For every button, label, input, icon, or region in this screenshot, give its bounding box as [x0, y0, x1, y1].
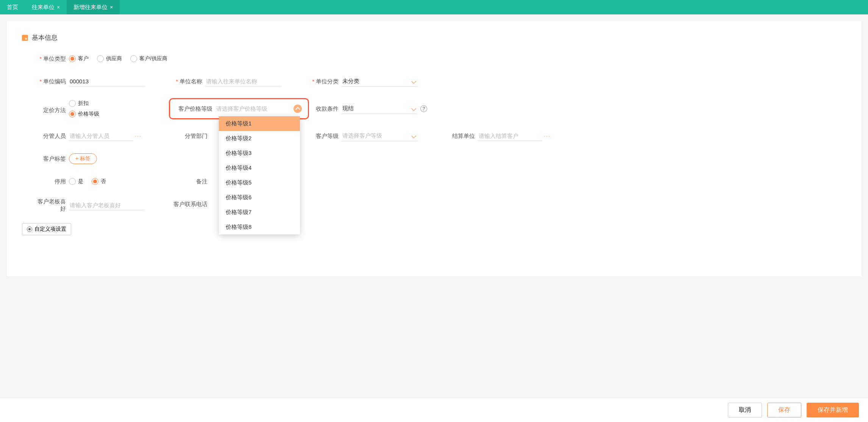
- dropdown-option[interactable]: 价格等级2: [219, 131, 300, 146]
- chevron-up-icon: [293, 105, 302, 113]
- custom-fields-button[interactable]: 自定义项设置: [22, 223, 71, 235]
- close-icon[interactable]: ×: [57, 4, 60, 10]
- label-remark: 备注: [169, 178, 211, 185]
- label-unit-cat: *单位分类: [305, 78, 342, 85]
- more-icon[interactable]: ···: [544, 133, 551, 139]
- label-cust-level: 客户等级: [305, 133, 342, 140]
- label-settle-unit: 结算单位: [442, 133, 478, 140]
- form-page: 基本信息 *单位类型 客户 供应商 客户/供应商 *单位编码 000013 *单…: [7, 21, 861, 276]
- select-cust-level[interactable]: 请选择客户等级: [342, 131, 417, 141]
- input-staff[interactable]: [69, 131, 133, 141]
- input-boss-pref[interactable]: [69, 200, 145, 210]
- radio-discount[interactable]: 折扣: [69, 100, 99, 107]
- section-title: 基本信息: [32, 33, 58, 42]
- radio-no[interactable]: 否: [92, 178, 106, 185]
- more-icon[interactable]: ···: [135, 133, 142, 139]
- label-pricing: 定价方法: [33, 100, 69, 114]
- section-icon: [22, 35, 28, 41]
- radio-supplier[interactable]: 供应商: [97, 55, 122, 62]
- label-unit-name: *单位名称: [169, 78, 205, 85]
- dropdown-option[interactable]: 价格等级4: [219, 161, 300, 175]
- input-unit-name[interactable]: [205, 77, 281, 86]
- label-pay-cond: 收款条件: [305, 105, 342, 113]
- label-dept: 分管部门: [169, 133, 211, 140]
- dropdown-option[interactable]: 价格等级7: [219, 205, 300, 220]
- price-level-dropdown: 价格等级1 价格等级2 价格等级3 价格等级4 价格等级5 价格等级6 价格等级…: [219, 116, 300, 234]
- dropdown-option[interactable]: 价格等级6: [219, 190, 300, 205]
- tab-add-unit[interactable]: 新增往来单位×: [67, 0, 120, 14]
- select-price-level[interactable]: 请选择客户价格等级: [215, 103, 303, 114]
- dropdown-option[interactable]: 价格等级8: [219, 220, 300, 234]
- tab-bar: 首页 往来单位× 新增往来单位×: [0, 0, 868, 14]
- label-unit-type: *单位类型: [33, 55, 69, 63]
- input-unit-code[interactable]: 000013: [69, 77, 145, 86]
- label-cust-tag: 客户标签: [33, 155, 69, 163]
- dropdown-option[interactable]: 价格等级1: [219, 116, 300, 131]
- radio-pricelevel[interactable]: 价格等级: [69, 111, 99, 117]
- label-staff: 分管人员: [33, 133, 69, 140]
- input-settle-unit[interactable]: [478, 131, 542, 141]
- label-boss-pref: 客户老板喜好: [33, 198, 69, 213]
- gear-icon: [27, 227, 32, 232]
- help-icon[interactable]: ?: [420, 105, 427, 112]
- chevron-down-icon: [411, 79, 417, 84]
- label-price-level: 客户价格等级: [174, 105, 215, 113]
- chevron-down-icon: [411, 106, 417, 111]
- tab-unit-list[interactable]: 往来单位×: [25, 0, 67, 14]
- radio-yes[interactable]: 是: [69, 178, 83, 185]
- dropdown-option[interactable]: 价格等级3: [219, 146, 300, 161]
- label-contact-tel: 客户联系电话: [169, 201, 211, 208]
- label-disable: 停用: [33, 178, 69, 185]
- section-header: 基本信息: [22, 33, 846, 42]
- close-icon[interactable]: ×: [110, 4, 113, 10]
- add-tag-button[interactable]: + 标签: [69, 153, 97, 164]
- radio-both[interactable]: 客户/供应商: [130, 55, 167, 62]
- tab-home[interactable]: 首页: [0, 0, 25, 14]
- dropdown-option[interactable]: 价格等级5: [219, 175, 300, 190]
- select-unit-cat[interactable]: 未分类: [342, 76, 417, 87]
- label-unit-code: *单位编码: [33, 78, 69, 85]
- chevron-down-icon: [411, 133, 417, 139]
- radio-customer[interactable]: 客户: [69, 55, 89, 62]
- select-pay-cond[interactable]: 现结: [342, 103, 417, 114]
